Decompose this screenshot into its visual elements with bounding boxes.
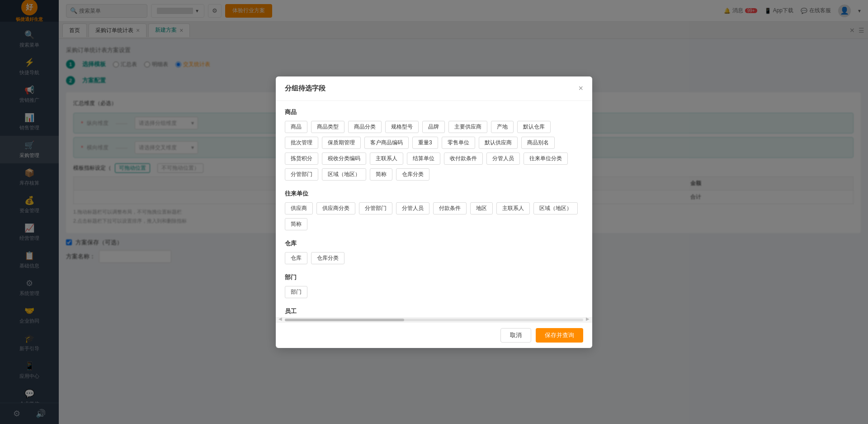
tag-supplier[interactable]: 供应商 [285,202,313,214]
field-select-modal: 分组待选字段 × 商品 商品 商品类型 商品分类 规格型号 品牌 主要供应商 产… [276,76,592,270]
tag-dept-managed[interactable]: 分管部门 [285,168,318,181]
modal-body[interactable]: 商品 商品 商品类型 商品分类 规格型号 品牌 主要供应商 产地 默认仓库 批次… [276,101,592,270]
tag-payment-cond[interactable]: 付款条件 [433,202,467,214]
tag-area[interactable]: 地区 [470,202,493,214]
tag-goods-alias[interactable]: 商品别名 [521,137,555,149]
tag-short-name[interactable]: 简称 [370,168,392,181]
tag-region[interactable]: 区域（地区） [322,168,366,181]
tag-warehouse-cat[interactable]: 仓库分类 [396,168,429,181]
tag-main-contact[interactable]: 主联系人 [370,152,403,165]
section-warehouse-title: 仓库 [285,239,583,248]
tag-region-partner[interactable]: 区域（地区） [533,202,578,214]
tag-customer-code[interactable]: 客户商品编码 [364,137,409,149]
section-warehouse: 仓库 仓库 仓库分类 [285,239,583,264]
tag-payment-terms[interactable]: 收付款条件 [444,152,483,165]
tag-tax-code[interactable]: 税收分类编码 [322,152,366,165]
tag-goods[interactable]: 商品 [285,121,307,133]
tag-warehouse-category[interactable]: 仓库分类 [311,252,344,264]
section-warehouse-tags: 仓库 仓库分类 [285,252,583,264]
section-goods-tags: 商品 商品类型 商品分类 规格型号 品牌 主要供应商 产地 默认仓库 批次管理 … [285,121,583,181]
tag-supervisor-partner[interactable]: 分管人员 [396,202,429,214]
tag-supplier-category[interactable]: 供应商分类 [316,202,355,214]
section-partner-title: 往来单位 [285,190,583,198]
section-partner-tags: 供应商 供应商分类 分管部门 分管人员 付款条件 地区 主联系人 区域（地区） … [285,202,583,230]
section-partner: 往来单位 供应商 供应商分类 分管部门 分管人员 付款条件 地区 主联系人 区域… [285,190,583,230]
tag-settlement-unit[interactable]: 结算单位 [407,152,440,165]
tag-pick-points[interactable]: 拣货积分 [285,152,318,165]
tag-supervisor[interactable]: 分管人员 [486,152,520,165]
tag-default-warehouse[interactable]: 默认仓库 [517,121,551,133]
modal-close-button[interactable]: × [578,84,583,93]
tag-biz-unit-category[interactable]: 往来单位分类 [524,152,568,165]
tag-default-supplier[interactable]: 默认供应商 [479,137,518,149]
tag-origin[interactable]: 产地 [491,121,514,133]
tag-goods-type[interactable]: 商品类型 [311,121,344,133]
tag-retail-unit[interactable]: 零售单位 [442,137,475,149]
modal-title: 分组待选字段 [285,84,326,93]
section-goods: 商品 商品 商品类型 商品分类 规格型号 品牌 主要供应商 产地 默认仓库 批次… [285,108,583,181]
tag-short-name-partner[interactable]: 简称 [285,218,307,230]
tag-brand[interactable]: 品牌 [422,121,445,133]
tag-warehouse[interactable]: 仓库 [285,252,307,264]
tag-main-supplier[interactable]: 主要供应商 [448,121,487,133]
section-goods-title: 商品 [285,108,583,116]
tag-batch-mgmt[interactable]: 批次管理 [285,137,318,149]
modal-overlay: 分组待选字段 × 商品 商品 商品类型 商品分类 规格型号 品牌 主要供应商 产… [0,0,868,270]
modal-header: 分组待选字段 × [276,76,592,101]
tag-dept-partner[interactable]: 分管部门 [359,202,392,214]
tag-main-contact-partner[interactable]: 主联系人 [496,202,530,214]
tag-weight3[interactable]: 重量3 [412,137,438,149]
tag-shelf-life[interactable]: 保质期管理 [322,137,361,149]
tag-spec-model[interactable]: 规格型号 [385,121,419,133]
tag-goods-category[interactable]: 商品分类 [348,121,382,133]
